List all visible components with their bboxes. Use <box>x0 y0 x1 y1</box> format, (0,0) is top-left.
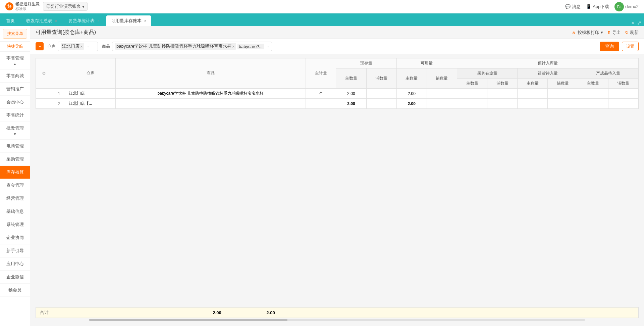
sidebar-item-wholesale[interactable]: 批发管理 ▼ <box>0 122 30 140</box>
tab-inventory-close[interactable]: × <box>144 19 146 23</box>
top-bar-right: 💬 消息 📱 App下载 Ea demo2 <box>565 2 639 11</box>
settings-col-icon[interactable]: ⚙ <box>42 71 46 76</box>
sidebar-item-marketing[interactable]: 营销推广 <box>0 83 30 96</box>
table-container: ⚙ 仓库 商品 主计量 现存量 可用量 预计入库量 主数量 辅数量 主数量 辅数… <box>30 54 644 326</box>
logo-text: 畅捷通好生意 <box>15 2 40 6</box>
row2-avail-aux <box>427 99 457 109</box>
sidebar-item-wechat[interactable]: 企业微信 <box>0 271 30 284</box>
filter-toggle-button[interactable]: » <box>36 42 44 50</box>
sidebar-item-inventory[interactable]: 库存核算 <box>0 166 30 179</box>
logo-subtext: 标准版 <box>15 6 40 11</box>
tab-inventory[interactable]: 可用量库存账本 × <box>106 15 151 26</box>
sidebar-item-business-label: 经营管理 <box>6 195 24 201</box>
sidebar-item-apps-label: 应用中心 <box>6 261 24 267</box>
sidebar-item-newbie[interactable]: 新手引导 <box>0 244 30 258</box>
tab-order[interactable]: 要货单统计表 × <box>64 15 104 26</box>
warehouse-tag-value: 江北门店 <box>62 43 79 49</box>
goods-filter-input[interactable]: babycare学饮杯 儿童防摔防撞吸管杯重力球吸嘴杯宝宝水杯 × babyca… <box>112 42 272 51</box>
sidebar-item-member-label: 会员中心 <box>6 99 24 105</box>
row2-settings <box>36 99 52 109</box>
data-table: ⚙ 仓库 商品 主计量 现存量 可用量 预计入库量 主数量 辅数量 主数量 辅数… <box>36 58 639 109</box>
row1-avail-main: 2.00 <box>396 89 427 99</box>
quick-nav-button[interactable]: 快捷导航 <box>0 42 30 52</box>
sidebar-item-inventory-label: 库存核算 <box>6 169 24 175</box>
print-icon: 🖨 <box>572 30 576 35</box>
close-window-icon[interactable]: × <box>631 20 634 26</box>
row1-settings <box>36 89 52 99</box>
filter-bar: » 仓库 江北门店 × ··· 商品 babycare学饮杯 儿童防摔防撞吸管杯… <box>30 39 644 54</box>
print-button[interactable]: 🖨 按模板打印 ▾ <box>572 30 603 36</box>
sidebar-item-marketing-label: 营销推广 <box>6 86 24 92</box>
logo-area: 好 畅捷通好生意 标准版 <box>5 2 40 11</box>
maximize-window-icon[interactable]: ⤢ <box>637 20 641 26</box>
sidebar-item-retail[interactable]: 零售管理 ▲ <box>0 52 30 69</box>
scrollbar-thumb[interactable] <box>89 319 287 321</box>
sidebar-item-corp[interactable]: 企业协同 <box>0 231 30 244</box>
sidebar-item-basic[interactable]: 基础信息 <box>0 205 30 218</box>
goods-more-icon[interactable]: ··· <box>265 44 269 49</box>
message-button[interactable]: 💬 消息 <box>565 4 581 10</box>
row1-goods: babycare学饮杯 儿童防摔防撞吸管杯重力球吸嘴杯宝宝水杯 <box>115 89 306 99</box>
row1-product-main <box>578 89 608 99</box>
content-area: 可用量查询(按仓库+商品) 🖨 按模板打印 ▾ ⬆ 导出 ↻ 刷新 » <box>30 26 644 326</box>
warehouse-filter-input[interactable]: 江北门店 × ··· <box>58 42 98 51</box>
export-label: 导出 <box>612 30 621 36</box>
download-button[interactable]: 📱 App下载 <box>586 4 609 10</box>
sidebar-item-apps[interactable]: 应用中心 <box>0 258 30 271</box>
chevron-down-icon: ▾ <box>82 4 85 9</box>
row1-purchase-main <box>457 89 487 99</box>
tab-home-label: 首页 <box>6 18 15 24</box>
col-purchase-main-header: 主数量 <box>457 79 487 89</box>
row2-goods <box>115 99 306 109</box>
export-button[interactable]: ⬆ 导出 <box>607 30 621 36</box>
row1-warehouse: 江北门店 <box>66 89 115 99</box>
tab-home[interactable]: 首页 <box>1 15 19 26</box>
col-stock-main-header: 主数量 <box>336 68 366 89</box>
warehouse-more-icon[interactable]: ··· <box>86 44 89 49</box>
footer-label: 合计 <box>36 310 83 316</box>
col-stock-aux-header: 辅数量 <box>366 68 396 89</box>
logo-icon: 好 <box>5 2 13 10</box>
page-header: 可用量查询(按仓库+商品) 🖨 按模板打印 ▾ ⬆ 导出 ↻ 刷新 <box>30 26 644 39</box>
sidebar-item-purchase-label: 采购管理 <box>6 156 24 162</box>
sidebar-item-stats[interactable]: 零售统计 <box>0 109 30 122</box>
avatar: Ea <box>614 2 624 11</box>
sidebar-item-vip[interactable]: 畅会员 <box>0 284 30 297</box>
sidebar-item-finance-label: 资金管理 <box>6 182 24 188</box>
table-body: 1 江北门店 babycare学饮杯 儿童防摔防撞吸管杯重力球吸嘴杯宝宝水杯 个… <box>36 89 639 109</box>
tab-receive-close[interactable]: × <box>55 19 57 23</box>
sidebar-item-business[interactable]: 经营管理 <box>0 192 30 205</box>
query-button[interactable]: 查询 <box>600 42 619 51</box>
row2-product-aux <box>608 99 638 109</box>
goods-filter-group: 商品 babycare学饮杯 儿童防摔防撞吸管杯重力球吸嘴杯宝宝水杯 × bab… <box>102 42 272 51</box>
sidebar-item-shop[interactable]: 零售商城 <box>0 69 30 83</box>
row1-purchase-aux <box>487 89 518 99</box>
sidebar-item-wechat-label: 企业微信 <box>6 274 24 280</box>
download-icon: 📱 <box>586 4 591 9</box>
sidebar-item-vip-label: 畅会员 <box>8 287 21 293</box>
warehouse-tag-remove[interactable]: × <box>80 44 83 49</box>
tab-receive-label: 收发存汇总表 <box>26 18 52 24</box>
user-area[interactable]: Ea demo2 <box>614 2 639 11</box>
industry-selector[interactable]: 母婴行业演示账套 ▾ <box>43 2 88 11</box>
settings-button[interactable]: 设置 <box>622 42 639 51</box>
sidebar-item-finance[interactable]: 资金管理 <box>0 179 30 192</box>
search-menu-button[interactable]: 搜索菜单 <box>3 29 27 39</box>
nav-tabs: 首页 收发存汇总表 × 要货单统计表 × 可用量库存账本 × × ⤢ <box>0 13 644 26</box>
row1-incoming-main <box>518 89 548 99</box>
scrollbar-track <box>89 319 585 321</box>
sidebar-item-member[interactable]: 会员中心 <box>0 96 30 109</box>
sidebar-item-shop-label: 零售商城 <box>6 73 24 79</box>
sidebar-item-stats-label: 零售统计 <box>6 112 24 118</box>
tab-order-close[interactable]: × <box>97 19 99 23</box>
refresh-button[interactable]: ↻ 刷新 <box>625 30 639 36</box>
tab-receive[interactable]: 收发存汇总表 × <box>21 15 62 26</box>
goods-tag-2: babycare?... <box>237 44 264 49</box>
goods-tag-1-remove[interactable]: × <box>232 44 235 49</box>
export-icon: ⬆ <box>607 30 611 35</box>
row2-incoming-aux <box>548 99 578 109</box>
refresh-icon: ↻ <box>625 30 629 35</box>
sidebar-item-purchase[interactable]: 采购管理 <box>0 153 30 166</box>
sidebar-item-system[interactable]: 系统管理 <box>0 218 30 231</box>
sidebar-item-ecommerce[interactable]: 电商管理 <box>0 140 30 153</box>
